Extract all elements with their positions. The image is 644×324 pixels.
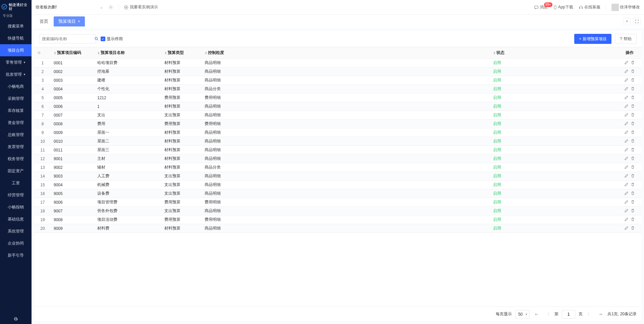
delete-icon[interactable] xyxy=(631,217,635,221)
table-row[interactable]: 199008项目活动费费用预算费用明细启用 xyxy=(34,215,641,224)
sidebar-item[interactable]: 小畅报销 xyxy=(0,201,32,213)
sidebar-item[interactable]: 批发管理▼ xyxy=(0,68,32,80)
edit-icon[interactable] xyxy=(624,104,629,108)
tab-home[interactable]: 首页 xyxy=(35,16,53,26)
delete-icon[interactable] xyxy=(631,226,635,230)
sidebar-item[interactable]: 经营管理 xyxy=(0,189,32,201)
table-row[interactable]: 179006项目管理费费用预算费用明细启用 xyxy=(34,198,641,207)
delete-icon[interactable] xyxy=(631,200,635,204)
help-button[interactable]: ? 帮助 xyxy=(615,34,637,44)
search-icon[interactable] xyxy=(94,37,99,41)
sidebar-item[interactable]: 总账管理 xyxy=(0,129,32,141)
sidebar-item[interactable]: 库存核算 xyxy=(0,105,32,117)
sidebar-item[interactable]: 小畅电商 xyxy=(0,80,32,92)
next-page-button[interactable]: 〉 xyxy=(586,311,593,318)
col-granularity[interactable]: ▲▼控制粒度 xyxy=(202,47,490,59)
sidebar-settings[interactable] xyxy=(0,314,32,324)
delete-icon[interactable] xyxy=(631,130,635,134)
add-budget-item-button[interactable]: + 新增预算项目 xyxy=(574,34,611,44)
customer-service-button[interactable]: 在线客服 xyxy=(579,4,600,10)
close-icon[interactable]: × xyxy=(78,19,80,24)
delete-icon[interactable] xyxy=(631,113,635,117)
edit-icon[interactable] xyxy=(624,174,629,178)
col-type[interactable]: ▲▼预算类型 xyxy=(162,47,202,59)
delete-icon[interactable] xyxy=(631,156,635,160)
prev-page-button[interactable]: 〈 xyxy=(544,311,551,318)
table-row[interactable]: 10001哈哈项目费材料预算商品明细启用 xyxy=(34,59,641,67)
delete-icon[interactable] xyxy=(631,78,635,82)
delete-icon[interactable] xyxy=(631,174,635,178)
show-disabled-checkbox[interactable]: ✓ 显示停用 xyxy=(101,36,123,42)
table-row[interactable]: 209009材料费材料预算商品明细启用 xyxy=(34,224,641,233)
table-row[interactable]: 169005设备费支出预算商品明细启用 xyxy=(34,189,641,198)
table-row[interactable]: 129001主材材料预算商品明细启用 xyxy=(34,154,641,163)
sidebar-item[interactable]: 工资 xyxy=(0,177,32,189)
app-download-button[interactable]: App下载 xyxy=(553,4,573,10)
edit-icon[interactable] xyxy=(624,121,629,126)
edit-icon[interactable] xyxy=(624,86,629,91)
sidebar-item[interactable]: 快捷导航 xyxy=(0,32,32,44)
org-settings-button[interactable] xyxy=(107,4,114,11)
delete-icon[interactable] xyxy=(631,182,635,187)
table-row[interactable]: 600061材料预算商品明细启用 xyxy=(34,102,641,111)
tab-budget-item[interactable]: 预算项目 × xyxy=(54,16,85,26)
table-row[interactable]: 70007支出支出预算商品明细启用 xyxy=(34,111,641,120)
edit-icon[interactable] xyxy=(624,78,629,82)
edit-icon[interactable] xyxy=(624,139,629,143)
delete-icon[interactable] xyxy=(631,165,635,169)
col-status[interactable]: ▲▼状态 xyxy=(490,47,618,59)
sidebar-item[interactable]: 新手引导 xyxy=(0,249,32,261)
table-row[interactable]: 149003人工费支出预算商品明细启用 xyxy=(34,172,641,181)
demo-link[interactable]: 我要看实例演示 xyxy=(124,4,158,10)
delete-icon[interactable] xyxy=(631,139,635,143)
edit-icon[interactable] xyxy=(624,191,629,195)
close-all-tabs-button[interactable]: × xyxy=(623,18,631,25)
edit-icon[interactable] xyxy=(624,156,629,160)
table-row[interactable]: 110011屋面三材料预算商品明细启用 xyxy=(34,146,641,154)
first-page-button[interactable]: ⇤ xyxy=(533,311,540,318)
table-row[interactable]: 500051212费用预算费用明细启用 xyxy=(34,93,641,102)
table-row[interactable]: 139002辅材材料预算商品分类启用 xyxy=(34,163,641,172)
sidebar-item[interactable]: 资金管理 xyxy=(0,117,32,129)
delete-icon[interactable] xyxy=(631,104,635,108)
col-name[interactable]: ▲▼预算项目名称 xyxy=(95,47,162,59)
edit-icon[interactable] xyxy=(624,60,629,65)
edit-icon[interactable] xyxy=(624,95,629,100)
sidebar-item[interactable]: 项目合同 xyxy=(0,44,32,56)
edit-icon[interactable] xyxy=(624,208,629,213)
edit-icon[interactable] xyxy=(624,182,629,187)
column-settings[interactable] xyxy=(34,47,51,59)
table-row[interactable]: 20002挖地基材料预算商品明细启用 xyxy=(34,67,641,76)
table-row[interactable]: 80008费用费用预算费用明细启用 xyxy=(34,120,641,128)
col-code[interactable]: ▲▼预算项目编码 xyxy=(51,47,95,59)
delete-icon[interactable] xyxy=(631,60,635,65)
sidebar-item[interactable]: 零售管理▼ xyxy=(0,56,32,68)
sidebar-item[interactable]: 企业协同 xyxy=(0,237,32,249)
sidebar-item[interactable]: 系统管理 xyxy=(0,225,32,237)
delete-icon[interactable] xyxy=(631,121,635,126)
page-input[interactable] xyxy=(562,310,575,319)
user-menu[interactable]: 徐泽华修改 xyxy=(611,4,640,11)
delete-icon[interactable] xyxy=(631,208,635,213)
per-page-select[interactable]: 50 xyxy=(515,310,530,319)
org-selector[interactable]: 徐老板勿删! ⌄ xyxy=(36,3,103,12)
table-row[interactable]: 189007劳务外包费支出预算商品明细启用 xyxy=(34,207,641,215)
edit-icon[interactable] xyxy=(624,165,629,169)
edit-icon[interactable] xyxy=(624,147,629,152)
delete-icon[interactable] xyxy=(631,191,635,195)
edit-icon[interactable] xyxy=(624,113,629,117)
sidebar-item[interactable]: 税务管理 xyxy=(0,153,32,165)
edit-icon[interactable] xyxy=(624,130,629,134)
delete-icon[interactable] xyxy=(631,86,635,91)
table-row[interactable]: 100010屋面二材料预算商品明细启用 xyxy=(34,137,641,146)
table-row[interactable]: 159004机械费支出预算商品明细启用 xyxy=(34,181,641,189)
edit-icon[interactable] xyxy=(624,217,629,221)
delete-icon[interactable] xyxy=(631,69,635,73)
edit-icon[interactable] xyxy=(624,226,629,230)
delete-icon[interactable] xyxy=(631,95,635,100)
table-row[interactable]: 90009屋面一材料预算商品明细启用 xyxy=(34,128,641,137)
fullscreen-button[interactable] xyxy=(633,18,641,25)
sidebar-item[interactable]: 搜索菜单 xyxy=(0,20,32,32)
table-row[interactable]: 40004个性化材料预算商品分类启用 xyxy=(34,85,641,93)
last-page-button[interactable]: ⇥ xyxy=(597,311,604,318)
